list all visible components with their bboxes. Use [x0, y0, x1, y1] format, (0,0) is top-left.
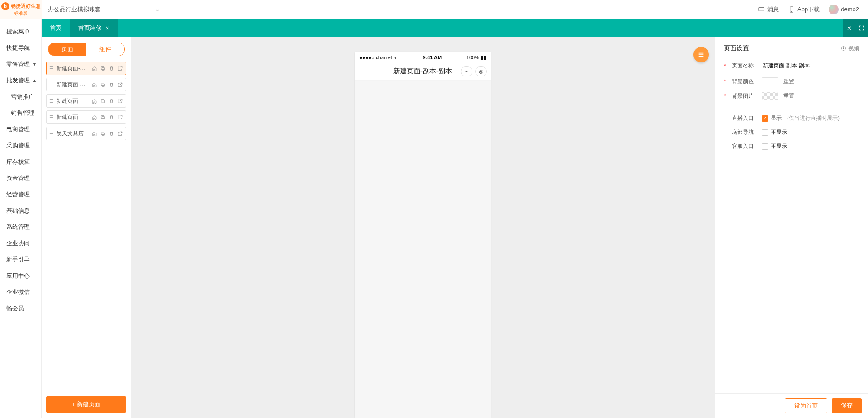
nav-retail[interactable]: 零售管理▼ [0, 56, 41, 72]
nav-stock[interactable]: 库存核算 [0, 154, 41, 170]
capsule-target-icon[interactable]: ◎ [475, 66, 487, 76]
save-button[interactable]: 保存 [832, 398, 862, 413]
checkbox-checked-icon: ✓ [762, 115, 768, 122]
external-link-icon[interactable] [117, 66, 123, 71]
page-row-name: 新建页面-副本 [57, 81, 89, 89]
nav-coop[interactable]: 企业协同 [0, 235, 41, 252]
fullscreen-icon[interactable] [855, 19, 868, 37]
home-icon[interactable] [91, 131, 97, 137]
tenant-selector[interactable]: 办公品行业模拟账套 ⌄ [48, 5, 160, 14]
home-icon[interactable] [91, 114, 97, 120]
copy-icon[interactable] [100, 114, 106, 120]
nav-guide[interactable]: 新手引导 [0, 252, 41, 268]
bottom-nav-checkbox[interactable]: 不显示 [762, 128, 787, 136]
nav-search[interactable]: 搜索菜单 [0, 24, 41, 40]
capsule-more-icon[interactable]: ··· [461, 66, 472, 76]
home-icon[interactable] [91, 98, 97, 104]
drag-icon[interactable]: ☰ [49, 98, 54, 104]
external-link-icon[interactable] [117, 82, 123, 88]
video-link[interactable]: 视频 [841, 45, 859, 52]
nav-basic[interactable]: 基础信息 [0, 203, 41, 219]
delete-icon[interactable] [108, 98, 114, 104]
nav-system[interactable]: 系统管理 [0, 219, 41, 235]
home-icon[interactable] [91, 66, 97, 71]
message-icon [758, 6, 765, 13]
nav-quick[interactable]: 快捷导航 [0, 40, 41, 56]
page-row[interactable]: ☰昊天文具店 [46, 127, 126, 140]
drag-icon[interactable]: ☰ [49, 82, 54, 88]
app-download-link[interactable]: App下载 [788, 5, 820, 14]
page-row[interactable]: ☰新建页面-副本... [46, 62, 126, 75]
page-row-name: 新建页面 [57, 97, 89, 105]
external-link-icon[interactable] [117, 131, 123, 137]
delete-icon[interactable] [108, 114, 114, 120]
drag-icon[interactable]: ☰ [49, 114, 54, 120]
bg-image-swatch[interactable] [762, 92, 778, 100]
tabs-bar: 首页 首页装修 ✕ ✕ [42, 19, 868, 37]
bg-color-swatch[interactable] [762, 77, 778, 86]
delete-icon[interactable] [108, 66, 114, 71]
page-row-name: 新建页面-副本... [57, 65, 89, 72]
copy-icon[interactable] [100, 66, 106, 71]
nav-appcenter[interactable]: 应用中心 [0, 268, 41, 284]
tab-home[interactable]: 首页 [42, 19, 70, 37]
svg-rect-7 [102, 100, 104, 103]
svg-rect-8 [101, 99, 104, 102]
close-icon[interactable]: ✕ [105, 25, 109, 31]
carrier-label: ●●●●○ chanjet ᯤ [359, 55, 398, 60]
nav-purchase[interactable]: 采购管理 [0, 138, 41, 154]
logo-text: 畅捷通好生意 [11, 3, 41, 10]
copy-icon[interactable] [100, 98, 106, 104]
page-row-name: 昊天文具店 [57, 130, 89, 138]
triangle-down-icon: ▼ [33, 62, 37, 66]
user-menu[interactable]: demo2 [829, 5, 859, 14]
copy-icon[interactable] [100, 131, 106, 137]
external-link-icon[interactable] [117, 114, 123, 120]
nav-wholesale[interactable]: 批发管理▲ [0, 72, 41, 89]
nav-funds[interactable]: 资金管理 [0, 170, 41, 186]
page-row[interactable]: ☰新建页面-副本 [46, 78, 126, 91]
bg-image-reset[interactable]: 重置 [783, 92, 794, 100]
set-home-button[interactable]: 设为首页 [785, 398, 827, 413]
new-page-button[interactable]: + 新建页面 [46, 396, 126, 413]
nav-ecom[interactable]: 电商管理 [0, 121, 41, 138]
play-icon [841, 46, 846, 51]
tab-close-current[interactable]: ✕ [843, 19, 855, 37]
nav-wholesale-marketing[interactable]: 营销推广 [0, 89, 41, 105]
page-row[interactable]: ☰新建页面 [46, 110, 126, 124]
drag-icon[interactable]: ☰ [49, 66, 54, 71]
service-checkbox[interactable]: 不显示 [762, 142, 787, 150]
checkbox-unchecked-icon [762, 129, 768, 136]
page-name-input[interactable] [762, 61, 859, 71]
tab-page-decoration[interactable]: 首页装修 ✕ [70, 19, 118, 37]
copy-icon[interactable] [100, 82, 106, 88]
field-bottom-nav: * 底部导航 不显示 [724, 128, 859, 136]
nav-wechat[interactable]: 企业微信 [0, 284, 41, 300]
nav-operate[interactable]: 经营管理 [0, 186, 41, 203]
field-bg-color: * 背景颜色 重置 [724, 77, 859, 86]
field-live-entry: * 直播入口 ✓ 显示 (仅当进行直播时展示) [724, 114, 859, 122]
delete-icon[interactable] [108, 131, 114, 137]
segment-component[interactable]: 组件 [86, 43, 124, 56]
home-icon[interactable] [91, 82, 97, 88]
segment-page[interactable]: 页面 [48, 43, 86, 56]
page-row[interactable]: ☰新建页面 [46, 94, 126, 108]
phone-title-bar: 新建页面-副本-副本 ··· ◎ [355, 62, 491, 81]
live-show-checkbox[interactable]: ✓ 显示 [762, 114, 782, 122]
drag-icon[interactable]: ☰ [49, 131, 54, 137]
phone-body[interactable] [355, 81, 491, 418]
nav-wholesale-sales[interactable]: 销售管理 [0, 105, 41, 121]
clock-label: 9:41 AM [398, 55, 467, 60]
logo[interactable]: b 畅捷通好生意 标准版 [0, 0, 42, 19]
messages-link[interactable]: 消息 [758, 5, 779, 14]
settings-title: 页面设置 [724, 44, 749, 52]
delete-icon[interactable] [108, 82, 114, 88]
bg-color-reset[interactable]: 重置 [783, 78, 794, 86]
segment-control: 页面 组件 [48, 43, 125, 56]
tenant-name: 办公品行业模拟账套 [48, 5, 101, 14]
chevron-down-icon: ⌄ [155, 6, 160, 13]
external-link-icon[interactable] [117, 98, 123, 104]
canvas: ●●●●○ chanjet ᯤ 9:41 AM 100% ▮▮ 新建页面-副本-… [131, 37, 714, 418]
nav-member[interactable]: 畅会员 [0, 300, 41, 317]
floating-menu-button[interactable] [693, 47, 709, 62]
